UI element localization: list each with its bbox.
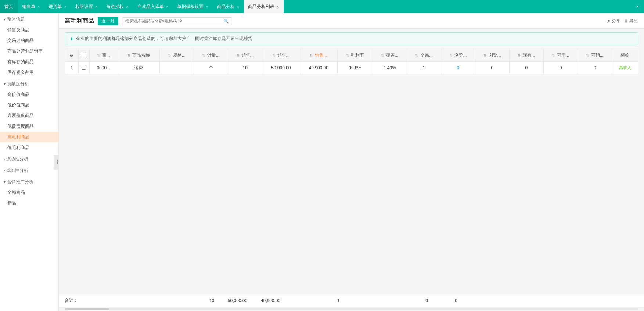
footer-gap2	[353, 298, 383, 303]
scrollbar-track[interactable]	[65, 308, 638, 310]
select-all-checkbox[interactable]	[82, 53, 86, 57]
tab-permission[interactable]: 权限设置 ×	[71, 0, 102, 13]
tab-product-entry-close[interactable]: ×	[166, 4, 168, 9]
cell-coverage: 1.49%	[373, 62, 407, 74]
sidebar-item-traded-goods[interactable]: 交易过的商品	[0, 35, 58, 46]
tab-sales[interactable]: 销售单 ×	[18, 0, 44, 13]
tab-analysis[interactable]: 商品分析 ×	[213, 0, 244, 13]
filter-recent-month[interactable]: 近一月	[98, 17, 118, 25]
cell-sales3: 49,900.00	[300, 62, 337, 74]
sort-icon-browse1: ⇅	[449, 53, 452, 57]
table-container: ⚙ ⇅ 商... ⇅ 商品名称 ⇅	[59, 45, 644, 294]
sidebar-group-overall[interactable]: ▾ 整体信息	[0, 13, 58, 25]
browse1-link[interactable]: 0	[457, 65, 460, 70]
footer-trans-val: 1	[324, 298, 353, 303]
cell-transactions: 1	[407, 62, 441, 74]
col-sales1[interactable]: ⇅ 销售...	[228, 49, 262, 62]
tab-role-close[interactable]: ×	[126, 4, 128, 9]
col-transactions[interactable]: ⇅ 交易...	[407, 49, 441, 62]
sort-icon-sales3: ⇅	[310, 53, 313, 57]
sidebar: 《 ▾ 整体信息 销售类商品 交易过的商品 商品分营业助销率 有库存的商品 库存…	[0, 13, 59, 311]
sidebar-group-growth[interactable]: › 成长性分析	[0, 164, 58, 176]
col-sellable[interactable]: ⇅ 可销...	[578, 49, 612, 62]
header-actions: ↗ 分享 ⬇ 导出	[607, 18, 638, 24]
sort-icon-sales2: ⇅	[272, 53, 275, 57]
col-gross-rate[interactable]: ⇅ 毛利率	[337, 49, 373, 62]
export-label: 导出	[629, 18, 638, 24]
top-navigation: 首页 销售单 × 进货单 × 权限设置 × 角色授权 × 产成品入库单 × 单据…	[0, 0, 644, 13]
horizontal-scrollbar[interactable]	[59, 307, 644, 311]
footer-sales2-val: 50,000.00	[221, 298, 254, 303]
cell-num: 1	[65, 62, 79, 74]
tab-analysis-label: 商品分析	[217, 4, 235, 10]
sidebar-item-high-margin[interactable]: 高毛利商品	[0, 132, 58, 142]
col-available[interactable]: ⇅ 可用...	[543, 49, 578, 62]
col-browse2[interactable]: ⇅ 浏览...	[475, 49, 509, 62]
tab-analysis-close[interactable]: ×	[237, 4, 239, 9]
sidebar-item-low-coverage[interactable]: 低覆盖度商品	[0, 121, 58, 132]
sidebar-group-flow[interactable]: › 流趋性分析	[0, 153, 58, 164]
close-all-tabs[interactable]: ×	[631, 0, 644, 13]
tab-sales-label: 销售单	[22, 4, 35, 10]
sort-icon-sellable: ⇅	[586, 53, 589, 57]
sort-icon-sales1: ⇅	[237, 53, 240, 57]
tab-template[interactable]: 单据模板设置 ×	[173, 0, 212, 13]
col-settings[interactable]: ⚙	[65, 49, 79, 62]
search-input[interactable]	[125, 19, 222, 24]
sidebar-item-category-rate[interactable]: 商品分营业助销率	[0, 46, 58, 57]
sort-icon-unit: ⇅	[202, 53, 205, 57]
sidebar-item-stock-capital[interactable]: 库存资金占用	[0, 67, 58, 78]
sidebar-item-new-goods[interactable]: 新品	[0, 198, 58, 209]
tab-template-close[interactable]: ×	[206, 4, 208, 9]
tab-sales-close[interactable]: ×	[37, 4, 40, 9]
row-checkbox[interactable]	[82, 65, 86, 70]
table-footer: 合计： 10 50,000.00 49,900.00 1 0 0	[59, 294, 644, 307]
info-banner-text: 企业的主要的利润都是这部分商品创造的，可考虑加大推广，同时关注库存是不要出现缺货	[76, 36, 252, 42]
sidebar-item-stock-goods[interactable]: 有库存的商品	[0, 57, 58, 67]
sidebar-group-marketing[interactable]: ▾ 营销推广分析	[0, 176, 58, 187]
tab-product-entry[interactable]: 产成品入库单 ×	[133, 0, 173, 13]
tab-template-label: 单据模板设置	[177, 4, 204, 10]
share-button[interactable]: ↗ 分享	[607, 18, 620, 24]
sidebar-item-low-value[interactable]: 低价值商品	[0, 100, 58, 111]
sidebar-item-all-goods[interactable]: 全部商品	[0, 187, 58, 198]
sidebar-item-high-value[interactable]: 高价值商品	[0, 89, 58, 100]
share-icon: ↗	[607, 19, 610, 24]
cell-checkbox[interactable]	[78, 62, 89, 74]
col-coverage[interactable]: ⇅ 覆盖...	[373, 49, 407, 62]
col-checkbox[interactable]	[78, 49, 89, 62]
search-box: 🔍	[122, 17, 232, 25]
col-sales3[interactable]: ⇅ 销售...	[300, 49, 337, 62]
col-name[interactable]: ⇅ 商品名称	[118, 49, 160, 62]
tab-home-label: 首页	[4, 4, 13, 10]
tab-purchase-close[interactable]: ×	[64, 4, 66, 9]
search-icon[interactable]: 🔍	[223, 19, 229, 24]
col-code[interactable]: ⇅ 商...	[89, 49, 118, 62]
tab-permission-close[interactable]: ×	[95, 4, 97, 9]
tab-analysis-list-close[interactable]: ×	[277, 4, 279, 9]
info-icon: ✦	[69, 36, 74, 42]
sidebar-group-flow-label: 流趋性分析	[6, 156, 28, 162]
tab-home[interactable]: 首页	[0, 0, 18, 13]
sidebar-item-high-coverage[interactable]: 高覆盖度商品	[0, 111, 58, 121]
sort-icon-trans: ⇅	[415, 53, 418, 57]
cell-browse1[interactable]: 0	[441, 62, 475, 74]
tab-purchase-label: 进货单	[48, 4, 62, 10]
sidebar-group-contribution[interactable]: ▾ 贡献度分析	[0, 78, 58, 89]
footer-sales1	[85, 298, 203, 303]
col-unit[interactable]: ⇅ 计量...	[194, 49, 228, 62]
scrollbar-thumb[interactable]	[65, 308, 109, 310]
sidebar-item-sales-goods[interactable]: 销售类商品	[0, 25, 58, 35]
col-spec[interactable]: ⇅ 规格...	[160, 49, 194, 62]
col-browse1[interactable]: ⇅ 浏览...	[441, 49, 475, 62]
tab-purchase[interactable]: 进货单 ×	[44, 0, 71, 13]
tab-role[interactable]: 角色授权 ×	[102, 0, 133, 13]
sidebar-collapse-btn[interactable]: 《	[54, 155, 59, 170]
group-contribution-arrow: ▾	[4, 82, 6, 86]
tab-analysis-list[interactable]: 商品分析列表 ×	[244, 0, 283, 13]
group-overall-arrow: ▾	[4, 17, 6, 21]
col-current[interactable]: ⇅ 现有...	[509, 49, 543, 62]
export-button[interactable]: ⬇ 导出	[624, 18, 638, 24]
col-sales2[interactable]: ⇅ 销售...	[262, 49, 300, 62]
sidebar-item-low-margin[interactable]: 低毛利商品	[0, 142, 58, 153]
